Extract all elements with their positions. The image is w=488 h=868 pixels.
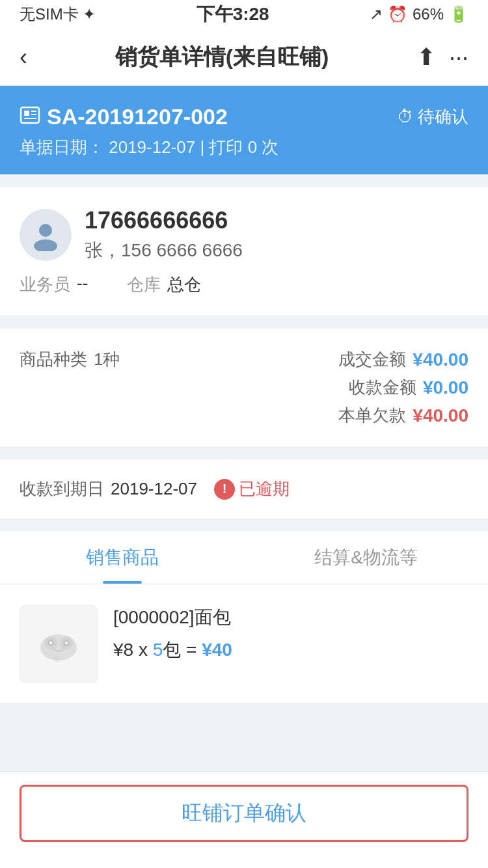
svg-rect-1 [24,111,29,116]
sales-person: 业务员 -- [20,273,88,296]
deal-amount-label: 成交金额 [338,348,406,371]
product-type-label: 商品种类 [20,348,87,371]
order-status: ⏱ 待确认 [397,105,468,128]
battery-icon: 🔋 [449,5,468,23]
deal-amount-value: ¥40.00 [413,349,468,370]
overdue-badge: ! 已逾期 [214,478,290,500]
owed-amount-value: ¥40.00 [413,405,468,426]
summary-section: 商品种类 1种 成交金额 ¥40.00 收款金额 ¥0.00 本单欠款 ¥40.… [0,329,488,446]
svg-point-6 [34,239,57,251]
nav-left[interactable]: ‹ [20,44,27,71]
summary-right: 成交金额 ¥40.00 收款金额 ¥0.00 本单欠款 ¥40.00 [338,348,468,427]
product-qty: 5 [153,640,163,660]
warehouse-label: 仓库 [127,273,161,296]
warehouse-value: 总仓 [167,273,201,296]
product-thumbnail: 管+ [20,605,98,683]
customer-meta: 业务员 -- 仓库 总仓 [20,273,468,296]
alarm-icon: ⏰ [388,5,407,23]
due-section: 收款到期日 2019-12-07 ! 已逾期 [0,459,488,519]
status-time: 下午3:28 [197,2,269,27]
due-date-label: 收款到期日 [20,478,104,500]
product-price: ¥8 x 5包 = ¥40 [113,638,468,662]
customer-info: 17666666666 张，156 6666 6666 [85,207,243,263]
nav-bar: ‹ 销货单详情(来自旺铺) ⬆ ··· [0,29,488,86]
share-button[interactable]: ⬆ [416,44,436,71]
status-bar: 无SIM卡 ✦ 下午3:28 ↗ ⏰ 66% 🔋 [0,0,488,29]
overdue-icon: ! [214,479,235,500]
tabs-section: 销售商品 结算&物流等 管+ [0000002]面包 [0,532,488,703]
clock-icon: ⏱ [397,107,414,127]
product-info: [0000002]面包 ¥8 x 5包 = ¥40 [113,605,468,662]
tabs-header: 销售商品 结算&物流等 [0,532,488,584]
order-date: 单据日期： 2019-12-07 | 打印 0 次 [20,136,468,159]
product-type-value: 1种 [94,348,120,371]
sales-label: 业务员 [20,273,70,296]
due-date-value: 2019-12-07 [111,479,197,499]
location-icon: ↗ [370,5,383,23]
product-name: [0000002]面包 [113,605,468,630]
svg-point-13 [65,642,68,644]
warehouse: 仓库 总仓 [127,273,201,296]
received-amount-row: 收款金额 ¥0.00 [349,376,468,399]
summary-left: 商品种类 1种 [20,348,120,371]
svg-point-5 [39,224,52,237]
order-id-icon [20,104,40,129]
customer-section: 17666666666 张，156 6666 6666 业务员 -- 仓库 总仓 [0,187,488,316]
overdue-text: 已逾期 [239,478,290,500]
customer-avatar [20,209,72,261]
battery-level: 66% [413,5,444,23]
product-total: ¥40 [202,640,232,660]
nav-right[interactable]: ⬆ ··· [416,44,468,71]
bottom-bar: 旺铺订单确认 [0,771,488,868]
back-button[interactable]: ‹ [20,44,27,71]
owed-amount-row: 本单欠款 ¥40.00 [338,404,468,427]
order-header: SA-20191207-002 ⏱ 待确认 单据日期： 2019-12-07 |… [0,86,488,174]
status-right: ↗ ⏰ 66% 🔋 [370,5,468,23]
received-amount-label: 收款金额 [349,376,416,399]
product-item: 管+ [0000002]面包 ¥8 x 5包 = ¥40 [0,586,488,703]
status-left: 无SIM卡 ✦ [20,4,96,25]
tab-sales-products[interactable]: 销售商品 [0,532,244,584]
owed-amount-label: 本单欠款 [338,404,406,427]
customer-name: 张，156 6666 6666 [85,238,243,263]
svg-text:管+: 管+ [53,655,64,662]
more-button[interactable]: ··· [449,44,468,71]
tab-settlement-logistics[interactable]: 结算&物流等 [244,532,488,584]
product-type-item: 商品种类 1种 [20,348,120,371]
sales-value: -- [77,273,88,296]
sim-status: 无SIM卡 ✦ [20,4,96,25]
order-id: SA-20191207-002 [20,104,228,129]
customer-phone: 17666666666 [85,207,243,234]
order-id-row: SA-20191207-002 ⏱ 待确认 [20,104,468,129]
nav-title: 销货单详情(来自旺铺) [115,42,329,72]
deal-amount-row: 成交金额 ¥40.00 [338,348,468,371]
customer-row: 17666666666 张，156 6666 6666 [20,207,468,263]
received-amount-value: ¥0.00 [423,377,468,398]
confirm-order-button[interactable]: 旺铺订单确认 [20,785,468,842]
svg-point-12 [49,642,52,644]
